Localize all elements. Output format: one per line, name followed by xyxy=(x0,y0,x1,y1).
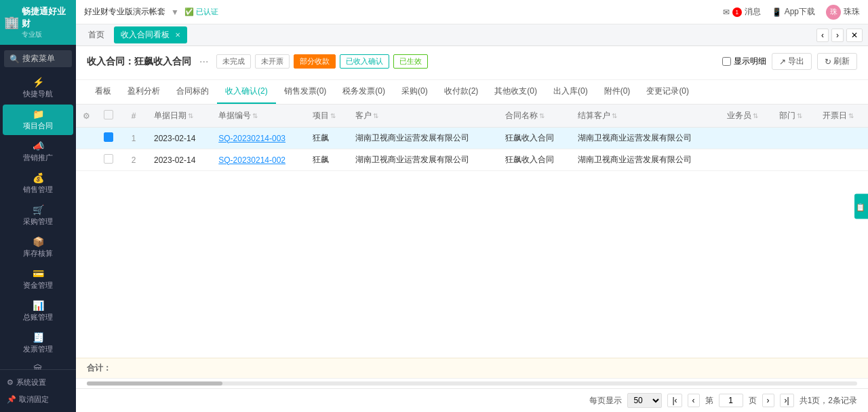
sub-tab-revenue-confirm[interactable]: 收入确认(2) xyxy=(217,80,276,104)
sidebar-item-marketing[interactable]: 📣 营销推广 xyxy=(3,136,73,167)
sub-tab-board[interactable]: 看板 xyxy=(87,80,119,104)
sidebar-bottom-label: 系统设置 xyxy=(16,377,46,388)
row-checkbox[interactable] xyxy=(97,128,120,149)
sub-tab-other[interactable]: 其他收支(0) xyxy=(486,80,545,104)
row-check-input[interactable] xyxy=(104,132,113,142)
th-checkbox[interactable] xyxy=(97,105,120,128)
row-customer: 湖南卫视商业运营发展有限公司 xyxy=(349,149,498,171)
status-tag-uninvoiced[interactable]: 未开票 xyxy=(255,54,290,69)
sub-tab-sales-invoice[interactable]: 销售发票(0) xyxy=(276,80,335,104)
sidebar-item-unpin[interactable]: 📌 取消固定 xyxy=(4,391,72,408)
verified-badge: ✅ 已认证 xyxy=(184,7,218,17)
row-check-input[interactable] xyxy=(104,154,113,164)
row-order-no[interactable]: SQ-20230214-003 xyxy=(212,128,306,149)
tab-next-button[interactable]: › xyxy=(831,29,844,42)
sub-tab-tax-invoice[interactable]: 税务发票(0) xyxy=(334,80,393,104)
search-icon: 🔍 xyxy=(9,54,20,64)
tab-contract-board[interactable]: 收入合同看板 ✕ xyxy=(114,26,187,43)
sort-icon: ⇅ xyxy=(612,112,617,119)
select-all-checkbox[interactable] xyxy=(104,110,113,119)
side-action-button[interactable]: 📋 xyxy=(854,193,868,219)
sidebar-item-project-contract[interactable]: 📁 项目合同 xyxy=(3,105,73,135)
sub-tab-payment[interactable]: 收付款(2) xyxy=(436,80,487,104)
data-table-container: ⚙ # 单据日期⇅ 单据编号⇅ 项目⇅ 客户⇅ xyxy=(76,105,868,358)
status-tag-incomplete[interactable]: 未完成 xyxy=(216,54,251,69)
th-setting[interactable]: ⚙ xyxy=(76,105,97,128)
row-order-no[interactable]: SQ-20230214-002 xyxy=(212,149,306,171)
tab-close-icon[interactable]: ✕ xyxy=(175,31,180,39)
next-page-button[interactable]: › xyxy=(762,394,774,407)
company-name: 好业财专业版演示帐套 xyxy=(84,6,165,18)
sub-tab-purchase[interactable]: 采购(0) xyxy=(393,80,436,104)
status-tag-confirmed[interactable]: 已收入确认 xyxy=(340,54,389,69)
data-table: ⚙ # 单据日期⇅ 单据编号⇅ 项目⇅ 客户⇅ xyxy=(76,105,868,171)
tab-bar: 首页 收入合同看板 ✕ ‹ › ✕ xyxy=(76,24,868,46)
th-open-date[interactable]: 开票日⇅ xyxy=(816,105,868,128)
sub-tab-attachments[interactable]: 附件(0) xyxy=(596,80,639,104)
sidebar-item-quick-nav[interactable]: ⚡ 快捷导航 xyxy=(3,73,73,103)
tab-home[interactable]: 首页 xyxy=(81,26,111,43)
message-label: 消息 xyxy=(745,6,761,18)
sidebar-item-purchase[interactable]: 🛒 采购管理 xyxy=(3,200,73,231)
th-settlement-customer[interactable]: 结算客户⇅ xyxy=(571,105,720,128)
order-link[interactable]: SQ-20230214-002 xyxy=(218,155,285,165)
sidebar-item-tax[interactable]: 🏛 税务管理 xyxy=(3,360,73,369)
th-customer[interactable]: 客户⇅ xyxy=(349,105,498,128)
row-contract: 狂飙收入合同 xyxy=(498,128,572,149)
th-order-no[interactable]: 单据编号⇅ xyxy=(212,105,306,128)
th-date[interactable]: 单据日期⇅ xyxy=(147,105,212,128)
sidebar-item-settings[interactable]: ⚙ 系统设置 xyxy=(4,374,72,391)
message-button[interactable]: ✉ 1 消息 xyxy=(723,6,761,18)
page-label-pre: 第 xyxy=(705,395,713,407)
user-avatar[interactable]: 珠 珠珠 xyxy=(826,5,860,20)
app-download-button[interactable]: 📱 App下载 xyxy=(772,6,815,18)
refresh-button[interactable]: ↻ 刷新 xyxy=(817,53,857,70)
prev-page-button[interactable]: ‹ xyxy=(688,394,700,407)
dropdown-icon[interactable]: ▼ xyxy=(171,7,179,17)
refresh-icon: ↻ xyxy=(825,57,831,67)
message-badge: 1 xyxy=(732,7,742,17)
total-label: 合计： xyxy=(87,362,111,374)
export-button[interactable]: ↗ 导出 xyxy=(772,53,812,70)
order-link[interactable]: SQ-20230214-003 xyxy=(218,134,285,143)
current-page-input[interactable]: 1 xyxy=(719,394,743,407)
status-tag-partial-payment[interactable]: 部分收款 xyxy=(294,54,336,69)
sub-tab-warehouse[interactable]: 出入库(0) xyxy=(545,80,596,104)
sidebar-item-sales[interactable]: 💰 销售管理 xyxy=(3,168,73,199)
row-checkbox[interactable] xyxy=(97,149,120,171)
tab-prev-button[interactable]: ‹ xyxy=(816,29,829,42)
detail-checkbox-input[interactable] xyxy=(722,57,731,66)
table-row[interactable]: 1 2023-02-14 SQ-20230214-003 狂飙 湖南卫视商业运营… xyxy=(76,128,868,149)
search-menu-button[interactable]: 🔍 搜索菜单 xyxy=(4,50,72,67)
tab-home-label: 首页 xyxy=(88,29,104,41)
show-detail-checkbox[interactable]: 显示明细 xyxy=(722,56,766,67)
th-contract[interactable]: 合同名称⇅ xyxy=(498,105,572,128)
sub-tab-change-log[interactable]: 变更记录(0) xyxy=(638,80,697,104)
topbar-left: 好业财专业版演示帐套 ▼ ✅ 已认证 xyxy=(84,6,218,18)
th-department[interactable]: 部门⇅ xyxy=(772,105,815,128)
th-salesperson[interactable]: 业务员⇅ xyxy=(720,105,772,128)
scrollbar-thumb[interactable] xyxy=(87,381,222,386)
tab-close-all-button[interactable]: ✕ xyxy=(846,29,863,42)
sidebar-bottom-label: 取消固定 xyxy=(19,394,49,405)
more-icon[interactable]: ··· xyxy=(199,56,208,68)
sidebar: 🏢 畅捷通好业财 专业版 🔍 搜索菜单 ⚡ 快捷导航 📁 项目合同 📣 营销推广… xyxy=(0,0,76,412)
row-open-date xyxy=(816,128,868,149)
per-page-select[interactable]: 50 100 200 xyxy=(627,393,662,408)
sidebar-item-ledger[interactable]: 📊 总账管理 xyxy=(3,296,73,326)
sidebar-item-inventory[interactable]: 📦 库存核算 xyxy=(3,232,73,263)
th-project[interactable]: 项目⇅ xyxy=(306,105,349,128)
horizontal-scrollbar[interactable] xyxy=(76,378,868,388)
last-page-button[interactable]: ›| xyxy=(780,394,794,407)
sidebar-item-finance[interactable]: 💳 资金管理 xyxy=(3,264,73,295)
sub-tab-target[interactable]: 合同标的 xyxy=(168,80,217,104)
scrollbar-track[interactable] xyxy=(87,381,857,386)
main-area: 好业财专业版演示帐套 ▼ ✅ 已认证 ✉ 1 消息 📱 App下载 珠 珠珠 xyxy=(76,0,868,412)
first-page-button[interactable]: |‹ xyxy=(667,394,682,407)
table-row[interactable]: 2 2023-02-14 SQ-20230214-002 狂飙 湖南卫视商业运营… xyxy=(76,149,868,171)
sub-tab-profit[interactable]: 盈利分析 xyxy=(119,80,168,104)
check-icon: ✅ xyxy=(184,7,194,16)
sidebar-item-invoice[interactable]: 🧾 发票管理 xyxy=(3,328,73,358)
status-tag-effective[interactable]: 已生效 xyxy=(393,54,428,69)
card-icon: 💳 xyxy=(33,268,44,279)
